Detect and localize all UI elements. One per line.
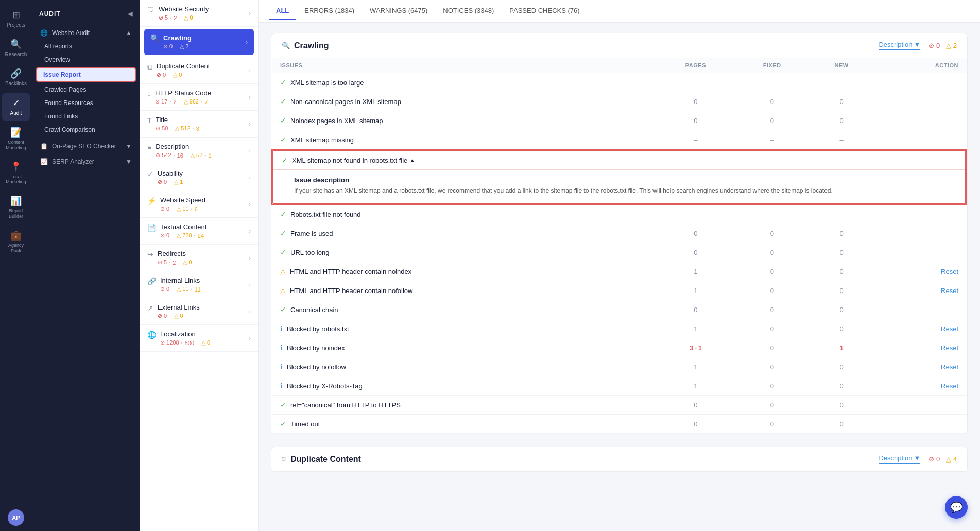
dup-error-badge: ⊘ 0 xyxy=(929,455,940,463)
table-row: ✓Noindex pages in XML sitemap 0 0 0 xyxy=(272,111,967,130)
status-icon: ✓ xyxy=(280,305,286,314)
tab-errors[interactable]: ERRORS (1834) xyxy=(297,3,362,20)
status-icon: △ xyxy=(280,267,286,276)
expand-trigger[interactable]: XML sitemap not found in robots.txt file… xyxy=(292,157,415,164)
http-status-icon: ↕ xyxy=(147,90,151,98)
http-status-chevron: › xyxy=(249,94,251,101)
status-icon: ✓ xyxy=(280,210,286,218)
sidebar-section-website-audit[interactable]: 🌐 Website Audit ▲ xyxy=(32,26,140,40)
collapse-icon[interactable]: ◀ xyxy=(128,10,133,18)
category-title[interactable]: T Title ⊘ 50 △ 512 • 3 › xyxy=(140,111,258,138)
category-website-speed[interactable]: ⚡ Website Speed ⊘ 0 △ 11 • 6 › xyxy=(140,191,258,218)
status-icon: ℹ xyxy=(280,363,283,371)
tab-notices[interactable]: NOTICES (3348) xyxy=(436,3,501,20)
dup-description-chevron: ▼ xyxy=(914,454,920,462)
category-crawling[interactable]: 🔍 Crawling ⊘ 0 △ 2 › xyxy=(144,29,254,55)
sidebar-item-crawled-pages[interactable]: Crawled Pages xyxy=(32,83,140,96)
status-icon: ✓ xyxy=(280,78,286,87)
category-textual-content[interactable]: 📄 Textual Content ⊘ 0 △ 728 • 24 › xyxy=(140,218,258,245)
external-links-chevron: › xyxy=(249,308,251,315)
backlinks-icon: 🔗 xyxy=(10,68,22,79)
top-bar: ALL ERRORS (1834) WARNINGS (6475) NOTICE… xyxy=(259,0,980,23)
nav-label-projects: Projects xyxy=(7,22,25,28)
sidebar-item-found-resources[interactable]: Found Resources xyxy=(32,96,140,110)
category-duplicate-content[interactable]: ⧉ Duplicate Content ⊘ 0 △ 0 › xyxy=(140,57,258,84)
nav-item-report-builder[interactable]: 📊 Report Builder xyxy=(2,191,30,224)
tab-passed-checks[interactable]: PASSED CHECKS (76) xyxy=(502,3,587,20)
usability-chevron: › xyxy=(249,174,251,181)
category-internal-links[interactable]: 🔗 Internal Links ⊘ 0 △ 11 • 11 › xyxy=(140,271,258,298)
chat-button[interactable]: 💬 xyxy=(945,496,968,519)
expanded-issue-description: Issue description If your site has an XM… xyxy=(273,170,965,203)
report-builder-icon: 📊 xyxy=(10,195,22,207)
nav-item-audit[interactable]: ✓ Audit xyxy=(2,93,30,121)
tab-warnings[interactable]: WARNINGS (6475) xyxy=(363,3,435,20)
redirects-icon: ↪ xyxy=(147,250,153,259)
user-avatar[interactable]: AP xyxy=(8,509,24,526)
category-external-links[interactable]: ↗ External Links ⊘ 0 △ 0 › xyxy=(140,298,258,325)
status-icon: ✓ xyxy=(280,229,286,237)
sidebar-section-serp-analyzer[interactable]: 📈 SERP Analyzer ▼ xyxy=(32,154,140,169)
status-icon: ✓ xyxy=(282,156,288,164)
crawling-section-title: Crawling xyxy=(294,41,329,50)
duplicate-content-description-btn[interactable]: Description ▼ xyxy=(879,454,920,464)
sidebar-item-crawl-comparison[interactable]: Crawl Comparison xyxy=(32,123,140,136)
sidebar-section-on-page-seo[interactable]: 📋 On-Page SEO Checker ▼ xyxy=(32,139,140,154)
textual-content-icon: 📄 xyxy=(147,224,156,232)
table-row: ✓XML sitemap missing – – – xyxy=(272,130,967,150)
on-page-seo-icon: 📋 xyxy=(40,143,48,150)
redirects-chevron: › xyxy=(249,254,251,262)
table-row: ✓XML sitemap is too large – – – xyxy=(272,73,967,92)
nav-item-projects[interactable]: ⊞ Projects xyxy=(2,5,30,32)
category-http-status[interactable]: ↕ HTTP Status Code ⊘ 17 • 2 △ 962 • 7 › xyxy=(140,84,258,111)
sidebar-item-found-links[interactable]: Found Links xyxy=(32,110,140,123)
status-icon: ✓ xyxy=(280,401,286,409)
category-usability[interactable]: ✓ Usability ⊘ 0 △ 1 › xyxy=(140,164,258,191)
status-icon: ✓ xyxy=(280,420,286,428)
col-pages: PAGES xyxy=(654,58,737,73)
col-fixed: FIXED xyxy=(737,58,807,73)
external-links-icon: ↗ xyxy=(147,304,153,312)
reset-button[interactable]: Reset xyxy=(941,287,958,295)
research-icon: 🔍 xyxy=(10,39,22,50)
projects-icon: ⊞ xyxy=(12,9,20,21)
duplicate-content-section-title: Duplicate Content xyxy=(290,455,361,464)
category-localization[interactable]: 🌐 Localization ⊘ 1208 • 500 △ 0 › xyxy=(140,325,258,352)
localization-chevron: › xyxy=(249,335,251,342)
nav-item-content-marketing[interactable]: 📝 Content Marketing xyxy=(2,123,30,155)
category-description[interactable]: ≡ Description ⊘ 542 • 16 △ 52 • 1 › xyxy=(140,138,258,164)
nav-item-local-marketing[interactable]: 📍 Local Marketing xyxy=(2,157,30,190)
duplicate-content-section: ⧉ Duplicate Content Description ▼ ⊘ 0 △ … xyxy=(271,447,968,472)
description-icon: ≡ xyxy=(147,143,151,151)
table-row-expanded: ✓ XML sitemap not found in robots.txt fi… xyxy=(272,149,967,204)
category-website-security[interactable]: 🛡 Website Security ⊘ 5 • 2 △ 0 › xyxy=(140,0,258,27)
category-redirects[interactable]: ↪ Redirects ⊘ 5 • 2 △ 0 › xyxy=(140,245,258,271)
duplicate-content-section-icon: ⧉ xyxy=(282,455,286,464)
duplicate-content-section-header: ⧉ Duplicate Content Description ▼ ⊘ 0 △ … xyxy=(271,447,967,472)
content-marketing-icon: 📝 xyxy=(10,127,22,138)
nav-label-agency-pack: Agency Pack xyxy=(4,243,28,254)
tab-all[interactable]: ALL xyxy=(269,3,296,20)
second-sidebar: Audit ◀ 🌐 Website Audit ▲ All reports Ov… xyxy=(32,0,140,531)
nav-item-backlinks[interactable]: 🔗 Backlinks xyxy=(2,64,30,91)
reset-button[interactable]: Reset xyxy=(941,363,958,371)
reset-button[interactable]: Reset xyxy=(941,344,958,352)
dup-warning-badge: △ 4 xyxy=(946,455,957,463)
reset-button[interactable]: Reset xyxy=(941,268,958,276)
nav-item-research[interactable]: 🔍 Research xyxy=(2,35,30,62)
crawling-description-btn[interactable]: Description ▼ xyxy=(879,41,920,50)
description-chevron: › xyxy=(249,147,251,155)
status-icon: ✓ xyxy=(280,97,286,106)
reset-button[interactable]: Reset xyxy=(941,382,958,390)
sidebar-item-issue-report[interactable]: Issue Report xyxy=(36,67,136,82)
duplicate-content-icon: ⧉ xyxy=(147,63,152,72)
nav-item-agency-pack[interactable]: 💼 Agency Pack xyxy=(2,226,30,258)
crawling-error-badge: ⊘ 0 xyxy=(929,42,940,49)
table-row: △HTML and HTTP header contain nofollow 1… xyxy=(272,281,967,300)
reset-button[interactable]: Reset xyxy=(941,325,958,333)
serp-chevron: ▼ xyxy=(126,158,132,165)
textual-content-chevron: › xyxy=(249,228,251,235)
sidebar-item-overview[interactable]: Overview xyxy=(32,53,140,66)
table-row: ✓Non-canonical pages in XML sitemap 0 0 … xyxy=(272,92,967,111)
sidebar-item-all-reports[interactable]: All reports xyxy=(32,40,140,53)
